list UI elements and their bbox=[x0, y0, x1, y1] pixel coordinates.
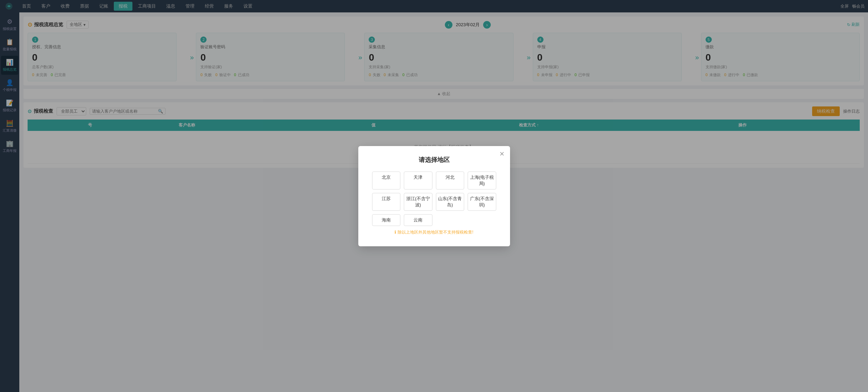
overlay: ✕ 请选择地区 北京天津河北上海(电子税局)江苏浙江(不含宁波)山东(不含青岛)… bbox=[0, 0, 868, 392]
region-option[interactable]: 江苏 bbox=[372, 193, 401, 211]
region-option[interactable]: 天津 bbox=[404, 172, 432, 189]
region-dialog: ✕ 请选择地区 北京天津河北上海(电子税局)江苏浙江(不含宁波)山东(不含青岛)… bbox=[358, 146, 510, 246]
dialog-warning: ℹ 除以上地区外其他地区暂不支持报税检查! bbox=[372, 229, 496, 235]
dialog-title: 请选择地区 bbox=[372, 156, 496, 164]
region-row: 江苏浙江(不含宁波)山东(不含青岛)广东(不含深圳) bbox=[372, 193, 496, 211]
region-row: 北京天津河北上海(电子税局) bbox=[372, 172, 496, 189]
dialog-close-btn[interactable]: ✕ bbox=[499, 151, 505, 157]
region-option[interactable]: 海南 bbox=[372, 214, 401, 226]
region-option[interactable]: 山东(不含青岛) bbox=[436, 193, 465, 211]
region-row: 海南云南 bbox=[372, 214, 496, 226]
region-option[interactable]: 河北 bbox=[436, 172, 465, 189]
dialog-regions: 北京天津河北上海(电子税局)江苏浙江(不含宁波)山东(不含青岛)广东(不含深圳)… bbox=[372, 172, 496, 226]
region-option[interactable]: 上海(电子税局) bbox=[468, 172, 496, 189]
region-option[interactable]: 广东(不含深圳) bbox=[468, 193, 496, 211]
region-option[interactable]: 北京 bbox=[372, 172, 401, 189]
region-option[interactable]: 浙江(不含宁波) bbox=[404, 193, 432, 211]
region-option[interactable]: 云南 bbox=[404, 214, 432, 226]
warning-icon: ℹ bbox=[395, 230, 396, 235]
